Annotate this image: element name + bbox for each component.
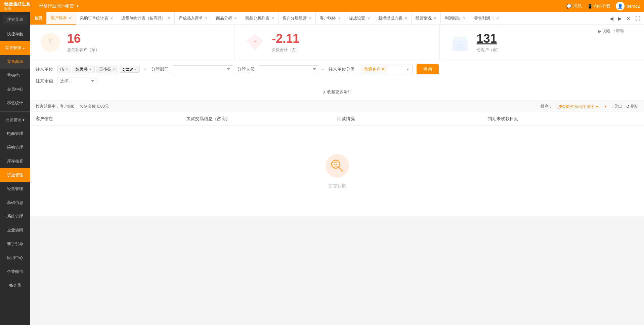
sidebar-item-operation[interactable]: 经营管理 (0, 182, 30, 196)
remove-customer-type-icon[interactable]: ✕ (381, 67, 385, 72)
close-purchase-order-icon[interactable]: ✕ (110, 16, 113, 20)
sidebar-item-app-center[interactable]: 应用中心 (0, 251, 30, 265)
main-content: 首页 客户账本 ✕ 采购订单统计表 ✕ 进货单统计表（按商品） ✕ 产成品入库单… (30, 12, 644, 325)
sidebar-item-basic[interactable]: 基础信息 (0, 196, 30, 210)
table-header: 客户信息 欠款交易信息（占比） 回款情况 到期未收款日期 (30, 112, 644, 125)
filter-row-1: 往来单位 伍 ✕ 陈民强 ✕ 王小亮 (36, 64, 639, 74)
sidebar-item-inventory[interactable]: 库存核算 (0, 154, 30, 168)
tabs-actions: ◀ ▶ ✕ ⛶ (606, 15, 644, 22)
close-cost-in-icon[interactable]: ✕ (205, 16, 208, 20)
user-avatar[interactable]: 👤 demo2 (616, 2, 640, 10)
sidebar-item-member[interactable]: 会员中心 (0, 82, 30, 96)
quick-nav-btn[interactable]: 快捷导航 (3, 29, 28, 40)
top-bar: 畅捷通好生意 标版 母婴行业演示帐套 ▼ 💬 消息 📱 App下载 👤 demo… (0, 0, 644, 12)
tab-operation-status[interactable]: 经营情况 ✕ (412, 12, 441, 25)
tab-retail-profit[interactable]: 零售利润（ ✕ (470, 12, 503, 25)
close-customer-book-icon[interactable]: ✕ (69, 16, 72, 20)
content-area: ¥ 16 总欠款客户（家） ✦ (30, 25, 644, 325)
tab-purchase-order[interactable]: 采购订单统计表 ✕ (76, 12, 117, 25)
sort-select[interactable]: 按欠款金额倒序排序 (557, 104, 600, 109)
sidebar-item-batch[interactable]: 批发管理 ▼ (0, 113, 30, 127)
credit-amount-label: 欠款合计（万） (272, 47, 300, 53)
empty-text: 暂无数据 (329, 183, 346, 189)
close-customer-segment-icon[interactable]: ✕ (309, 16, 311, 20)
tab-purchase-stats[interactable]: 进货单统计表（按商品） ✕ (117, 12, 175, 25)
home-tab-label: 首页 (34, 15, 42, 21)
close-operation-status-icon[interactable]: ✕ (434, 16, 436, 20)
close-commission-settings-icon[interactable]: ✕ (367, 16, 370, 20)
tab-commission-settings[interactable]: 提成设置 ✕ (345, 12, 374, 25)
tab-customer-contact[interactable]: 客户联络 ✕ (316, 12, 345, 25)
tab-profit-report[interactable]: 利润报告 ✕ (441, 12, 470, 25)
table-empty-state: 暂无数据 (30, 125, 644, 216)
unit-type-selector[interactable]: 普通客户 ✕ ▼ (359, 65, 413, 74)
tabs-next-btn[interactable]: ▶ (617, 15, 623, 22)
industry-selector[interactable]: 母婴行业演示帐套 ▼ (39, 3, 79, 9)
sidebar-item-retail-mall[interactable]: 零售商城 (0, 55, 30, 69)
close-retail-profit-icon[interactable]: ✕ (496, 16, 499, 20)
top-bar-right: 💬 消息 📱 App下载 👤 demo2 (566, 2, 640, 10)
tabs-maximize-btn[interactable]: ⛶ (634, 15, 641, 22)
sidebar: 搜索菜单 快捷导航 零售管理 ▲ 零售商城 营销推广 会员中心 零售统计 批发管… (0, 12, 30, 325)
stat-card-credit-amount: ✦ -2.11 欠款合计（万） (235, 25, 439, 60)
sidebar-item-system[interactable]: 系统管理 (0, 210, 30, 223)
svg-point-10 (334, 164, 335, 165)
tab-customer-segment[interactable]: 客户分层经营 ✕ (278, 12, 316, 25)
col-credit-info: 欠款交易信息（占比） (186, 116, 337, 122)
help-btn[interactable]: ? 帮助 (613, 28, 624, 34)
stat-card-credit-customers: ¥ 16 总欠款客户（家） (30, 25, 235, 60)
close-profit-report-icon[interactable]: ✕ (463, 16, 466, 20)
close-product-analysis-icon[interactable]: ✕ (234, 16, 237, 20)
sidebar-item-marketing[interactable]: 营销推广 (0, 69, 30, 82)
tab-product-analysis[interactable]: 商品分析 ✕ (212, 12, 241, 25)
close-product-analysis-list-icon[interactable]: ✕ (271, 16, 274, 20)
close-customer-contact-icon[interactable]: ✕ (338, 16, 341, 20)
video-help-btn[interactable]: ▶ 视频 (598, 28, 610, 34)
tab-new-commission[interactable]: 新增提成方案 ✕ (374, 12, 412, 25)
remove-tag-wu[interactable]: ✕ (66, 68, 68, 71)
table-wrap: 客户信息 欠款交易信息（占比） 回款情况 到期未收款日期 (30, 112, 644, 216)
person-more-btn[interactable]: ··· (320, 67, 325, 72)
sidebar-item-enterprise[interactable]: 企业协同 (0, 223, 30, 237)
owner-unit-label: 往来单位 (36, 66, 53, 72)
sidebar-item-enterprise-wechat[interactable]: 企业微信 (0, 265, 30, 279)
collapse-filters-btn[interactable]: ∧ 收起更多条件 (36, 88, 639, 96)
close-purchase-stats-icon[interactable]: ✕ (168, 16, 170, 20)
refresh-btn[interactable]: ↺ 刷新 (626, 104, 639, 109)
balance-select[interactable]: 选择... (57, 77, 97, 85)
sidebar-item-retail-mgmt[interactable]: 零售管理 ▲ (0, 41, 30, 55)
tab-cost-in[interactable]: 产成品入库单 ✕ (175, 12, 212, 25)
remove-tag-cjttcw[interactable]: ✕ (134, 68, 137, 71)
sidebar-item-capital[interactable]: 资金管理 (0, 168, 30, 182)
sidebar-item-retail-stats[interactable]: 零售统计 (0, 96, 30, 110)
tabs-prev-btn[interactable]: ◀ (608, 15, 615, 22)
message-btn[interactable]: 💬 消息 (566, 3, 582, 9)
tabs-close-all-btn[interactable]: ✕ (625, 15, 632, 22)
svg-text:¥: ¥ (48, 36, 53, 45)
tab-customer-book[interactable]: 客户账本 ✕ (47, 12, 76, 25)
remove-tag-wang[interactable]: ✕ (113, 68, 115, 71)
sidebar-item-purchase[interactable]: 采购管理 (0, 141, 30, 154)
sidebar-item-newbie[interactable]: 新手引导 (0, 237, 30, 251)
export-btn[interactable]: ↑ 导出 (611, 104, 622, 109)
search-btn[interactable]: 查询 (417, 64, 439, 74)
customer-type-tag: 普通客户 ✕ (362, 66, 387, 73)
search-menu-btn[interactable]: 搜索菜单 (3, 15, 28, 25)
result-summary: 搜索结果中，客户0家 欠款金额 0.00元 (36, 104, 109, 109)
sidebar-item-vip[interactable]: 畅会员 (0, 279, 30, 292)
department-select[interactable] (173, 65, 233, 73)
remove-tag-chen[interactable]: ✕ (89, 68, 92, 71)
batch-arrow-icon: ▼ (22, 118, 25, 122)
tab-home[interactable]: 首页 (30, 12, 47, 25)
stat-info-total: 131 总客户（家） (477, 32, 501, 53)
stats-row: ¥ 16 总欠款客户（家） ✦ (30, 25, 644, 60)
app-download-btn[interactable]: 📱 App下载 (587, 3, 610, 9)
more-tags-btn[interactable]: ··· (141, 66, 147, 72)
credit-customers-value: 16 (67, 32, 99, 46)
person-select[interactable] (259, 65, 319, 73)
empty-illustration (324, 152, 351, 179)
tab-product-analysis-list[interactable]: 商品分析列表 ✕ (241, 12, 278, 25)
sidebar-item-ecommerce[interactable]: 电商管理 (0, 127, 30, 141)
svg-point-11 (336, 164, 337, 165)
close-new-commission-icon[interactable]: ✕ (404, 16, 407, 20)
